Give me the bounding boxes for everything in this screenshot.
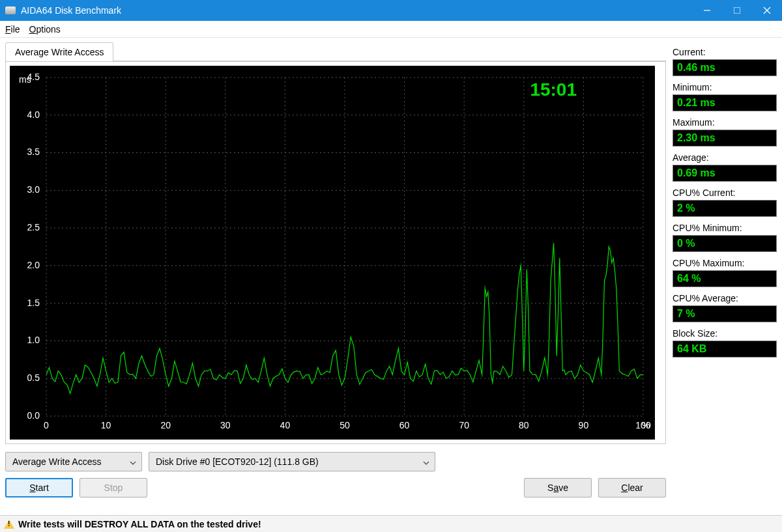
clear-button[interactable]: Clear	[598, 478, 666, 497]
current-value: 0.46 ms	[673, 59, 777, 76]
content-area: Average Write Access Average Write Acces…	[0, 38, 782, 515]
tab-strip: Average Write Access	[5, 42, 666, 61]
app-icon	[5, 7, 16, 14]
average-label: Average:	[673, 152, 777, 163]
menu-file[interactable]: File	[5, 24, 20, 35]
test-type-select[interactable]: Average Write Access	[5, 452, 142, 471]
block-size-label: Block Size:	[673, 328, 777, 339]
test-type-value: Average Write Access	[12, 456, 101, 467]
metrics-panel: Current: 0.46 ms Minimum: 0.21 ms Maximu…	[673, 42, 777, 512]
menu-bar: File Options	[0, 21, 782, 38]
selector-row: Average Write Access Disk Drive #0 [ECOT…	[5, 452, 666, 471]
tab-average-write-access[interactable]: Average Write Access	[5, 42, 113, 61]
cpu-maximum-label: CPU% Maximum:	[673, 258, 777, 268]
window-title: AIDA64 Disk Benchmark	[21, 5, 121, 16]
minimum-value: 0.21 ms	[673, 94, 777, 111]
cpu-maximum-value: 64 %	[673, 270, 777, 287]
chevron-down-icon	[130, 456, 136, 467]
block-size-value: 64 KB	[673, 341, 777, 357]
warning-text: Write tests will DESTROY ALL DATA on the…	[18, 519, 261, 529]
chart-container	[5, 61, 666, 444]
svg-rect-1	[734, 8, 740, 14]
title-bar: AIDA64 Disk Benchmark	[0, 0, 782, 21]
chart-canvas	[10, 66, 655, 440]
save-button[interactable]: Save	[524, 478, 592, 497]
maximum-label: Maximum:	[673, 117, 777, 128]
start-button[interactable]: Start	[5, 478, 73, 497]
cpu-average-value: 7 %	[673, 305, 777, 322]
warning-bar: Write tests will DESTROY ALL DATA on the…	[0, 515, 782, 532]
chevron-down-icon	[423, 456, 429, 467]
maximize-button[interactable]	[722, 0, 752, 21]
menu-options[interactable]: Options	[29, 24, 61, 35]
current-label: Current:	[673, 47, 777, 57]
maximum-value: 2.30 ms	[673, 130, 777, 147]
window-controls	[692, 0, 782, 21]
close-button[interactable]	[752, 0, 782, 21]
drive-value: Disk Drive #0 [ECOT920-12] (111.8 GB)	[156, 456, 319, 467]
cpu-average-label: CPU% Average:	[673, 293, 777, 303]
warning-icon	[4, 520, 14, 529]
button-row: Start Stop Save Clear	[5, 478, 666, 497]
left-panel: Average Write Access Average Write Acces…	[5, 42, 666, 512]
stop-button: Stop	[80, 478, 147, 497]
cpu-minimum-label: CPU% Minimum:	[673, 223, 777, 233]
cpu-minimum-value: 0 %	[673, 235, 777, 252]
minimum-label: Minimum:	[673, 82, 777, 92]
average-value: 0.69 ms	[673, 165, 777, 182]
cpu-current-label: CPU% Current:	[673, 188, 777, 198]
drive-select[interactable]: Disk Drive #0 [ECOT920-12] (111.8 GB)	[149, 452, 435, 471]
cpu-current-value: 2 %	[673, 200, 777, 217]
minimize-button[interactable]	[692, 0, 722, 21]
